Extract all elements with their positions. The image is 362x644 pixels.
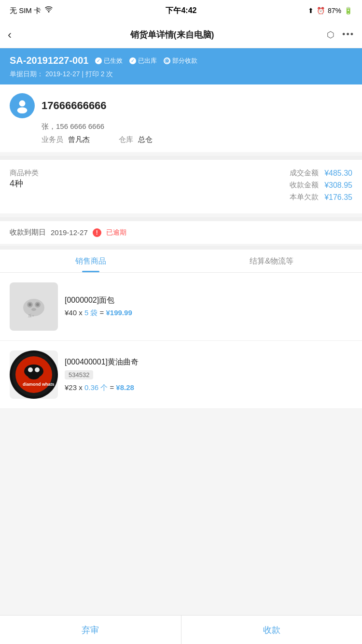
battery-status: 87% — [328, 7, 341, 14]
summary-right: 成交金额 ¥485.30 收款金额 ¥308.95 本单欠款 ¥176.35 — [256, 168, 352, 205]
tabs-bar: 销售商品 结算&物流等 — [0, 250, 362, 273]
badge-shipped: ✓ 已出库 — [129, 56, 157, 65]
list-item: diamond whats [000400001]黄油曲奇 534532 ¥23… — [0, 341, 362, 409]
due-label: 收款到期日 — [10, 228, 46, 237]
collect-payment-button[interactable]: 收款 — [181, 616, 362, 644]
order-header: SA-20191227-001 ✓ 已生效 ✓ 已出库 ⊙ 部分收款 单据日期：… — [0, 48, 362, 84]
order-id: SA-20191227-001 — [10, 55, 88, 66]
svg-text:乐+: 乐+ — [28, 314, 34, 318]
due-section: 收款到期日 2019-12-27 ! 已逾期 — [0, 221, 362, 244]
cancel-review-button[interactable]: 弃审 — [0, 616, 181, 644]
badge-dot-2: ✓ — [129, 57, 136, 64]
svg-text:diamond whats: diamond whats — [23, 382, 55, 387]
status-right: ⬆ ⏰ 87% 🔋 — [308, 7, 352, 14]
bottom-spacer — [0, 409, 362, 442]
sales-info: 业务员 曾凡杰 — [42, 135, 90, 144]
back-button[interactable]: ‹ — [8, 28, 17, 42]
badge-clock: ⊙ — [164, 57, 170, 64]
status-bar: 无 SIM 卡 下午4:42 ⬆ ⏰ 87% 🔋 — [0, 0, 362, 21]
svg-point-5 — [28, 303, 31, 306]
svg-point-13 — [35, 367, 40, 372]
badge-dot-1: ✓ — [95, 57, 102, 64]
product-sku-2: 534532 — [65, 370, 352, 383]
sim-status: 无 SIM 卡 — [10, 6, 41, 15]
svg-point-1 — [17, 107, 28, 113]
customer-phone: 17666666666 — [42, 99, 107, 112]
badge-effective: ✓ 已生效 — [95, 56, 123, 65]
customer-meta: 业务员 曾凡杰 仓库 总仓 — [42, 135, 352, 144]
divider-1 — [0, 156, 362, 160]
product-info-1: [0000002]面包 ¥40 x 5 袋 = ¥199.99 — [65, 282, 352, 331]
product-price-1: ¥40 x 5 袋 = ¥199.99 — [65, 308, 352, 318]
list-item: 乐+ [0000002]面包 ¥40 x 5 袋 = ¥199.99 — [0, 273, 362, 341]
due-date: 2019-12-27 — [51, 228, 88, 237]
divider-3 — [0, 246, 362, 250]
summary-section: 商品种类 4种 成交金额 ¥485.30 收款金额 ¥308.95 本单欠款 ¥… — [0, 160, 362, 213]
wifi-icon — [45, 6, 55, 15]
product-image-1: 乐+ — [10, 282, 58, 331]
customer-contact: 张，156 6666 6666 — [42, 122, 352, 131]
overdue-icon: ! — [93, 228, 101, 237]
nav-actions: ⬡ ••• — [327, 29, 354, 40]
product-image-2: diamond whats — [10, 350, 58, 399]
category-value: 4种 — [10, 178, 256, 189]
category-label: 商品种类 — [10, 168, 256, 178]
more-button[interactable]: ••• — [342, 29, 354, 40]
product-list: 乐+ [0000002]面包 ¥40 x 5 袋 = ¥199.99 — [0, 273, 362, 409]
order-date-row: 单据日期： 2019-12-27 | 打印 2 次 — [10, 70, 352, 79]
status-time: 下午4:42 — [166, 6, 196, 16]
divider-2 — [0, 217, 362, 221]
customer-avatar — [10, 93, 35, 118]
summary-row-1: 成交金额 ¥485.30 — [256, 168, 352, 178]
summary-row-3: 本单欠款 ¥176.35 — [256, 193, 352, 202]
alarm-icon: ⏰ — [317, 7, 325, 14]
svg-point-14 — [28, 373, 40, 379]
bottom-bar: 弃审 收款 — [0, 615, 362, 644]
summary-row-2: 收款金额 ¥308.95 — [256, 181, 352, 190]
product-info-2: [000400001]黄油曲奇 534532 ¥23 x 0.36 个 = ¥8… — [65, 350, 352, 399]
battery-icon: 🔋 — [344, 7, 352, 14]
svg-point-7 — [31, 308, 36, 311]
nav-bar: ‹ 销货单详情(来自电脑) ⬡ ••• — [0, 21, 362, 48]
status-left: 无 SIM 卡 — [10, 6, 55, 15]
svg-point-12 — [28, 367, 33, 372]
customer-section: 17666666666 张，156 6666 6666 业务员 曾凡杰 仓库 总… — [0, 84, 362, 152]
share-button[interactable]: ⬡ — [327, 29, 334, 40]
overdue-text: 已逾期 — [106, 228, 126, 237]
tab-settlement[interactable]: 结算&物流等 — [181, 250, 362, 272]
svg-point-0 — [19, 100, 26, 107]
summary-left: 商品种类 4种 — [10, 168, 256, 189]
product-price-2: ¥23 x 0.36 个 = ¥8.28 — [65, 383, 352, 392]
warehouse-info: 仓库 总仓 — [119, 135, 153, 144]
page-title: 销货单详情(来自电脑) — [17, 29, 327, 41]
product-name-2: [000400001]黄油曲奇 — [65, 357, 352, 367]
badge-partial: ⊙ 部分收款 — [164, 56, 197, 65]
svg-point-6 — [36, 303, 39, 306]
tab-products[interactable]: 销售商品 — [0, 250, 181, 272]
location-icon: ⬆ — [308, 7, 314, 14]
product-name-1: [0000002]面包 — [65, 295, 352, 306]
